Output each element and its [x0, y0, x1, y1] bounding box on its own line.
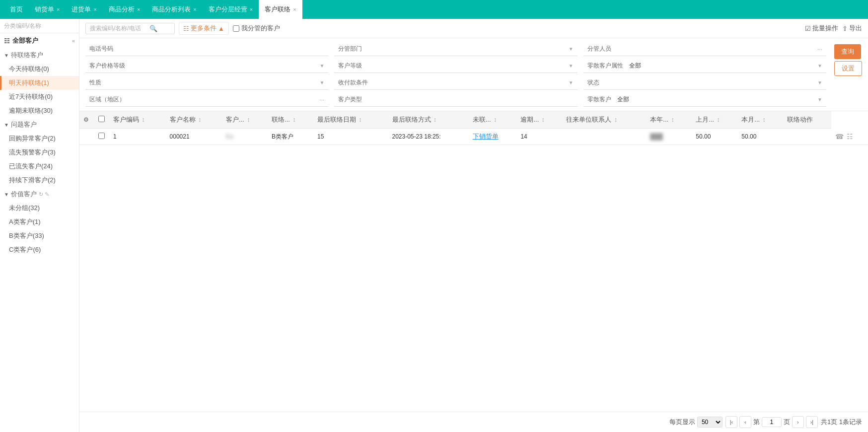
row-setting	[79, 129, 94, 145]
check-icon: ☑	[805, 25, 811, 32]
row-last-contact-date: 2023-05-23 18:25:	[388, 129, 469, 145]
sidebar-group-problem[interactable]: ▼ 问题客户	[0, 118, 79, 132]
nav-purchase-order[interactable]: 进货单 ×	[66, 0, 102, 19]
prev-page-button[interactable]: ‹	[739, 416, 751, 428]
collapse-icon: «	[72, 38, 75, 44]
col-setting[interactable]: ⚙	[79, 111, 94, 129]
sidebar-item-class-c[interactable]: C类客户(6)	[0, 243, 79, 257]
close-icon[interactable]: ×	[93, 6, 96, 12]
sort-icon[interactable]: ↕	[614, 116, 618, 123]
filter-price-level: 客户价格等级 ▼	[85, 59, 328, 73]
my-customers-checkbox[interactable]	[233, 25, 239, 32]
my-customers-checkbox-label[interactable]: 我分管的客户	[233, 24, 280, 33]
sidebar-item-class-a[interactable]: A类客户(1)	[0, 215, 79, 229]
sort-icon[interactable]: ↕	[198, 116, 202, 123]
sidebar-all-customers[interactable]: ☷ 全部客户 «	[0, 33, 79, 48]
chevron-down-icon[interactable]: ▼	[569, 80, 574, 85]
sort-icon[interactable]: ↕	[542, 116, 545, 123]
select-all-checkbox[interactable]	[98, 116, 105, 122]
search-input[interactable]	[90, 25, 149, 32]
sidebar-group-value[interactable]: ▼ 价值客户 ↻ ✎	[0, 187, 79, 201]
sort-icon[interactable]: ↕	[247, 116, 250, 123]
sidebar-item-churned[interactable]: 已流失客户(24)	[0, 159, 79, 173]
sort-icon[interactable]: ↕	[494, 116, 497, 123]
nav-product-analysis[interactable]: 商品分析 ×	[103, 0, 146, 19]
sort-icon[interactable]: ↕	[292, 116, 296, 123]
value-group-icons: ↻ ✎	[39, 191, 49, 198]
chevron-down-icon[interactable]: ▼	[569, 46, 574, 52]
col-header-last-month: 上月... ↕	[692, 111, 737, 129]
close-icon[interactable]: ×	[193, 6, 196, 12]
row-check[interactable]	[94, 129, 109, 145]
query-button[interactable]: 查询	[834, 44, 861, 59]
col-header-type: 客户... ↕	[222, 111, 268, 129]
col-header-actions: 联络动作	[783, 111, 831, 129]
sidebar-search-input[interactable]	[4, 22, 78, 29]
chevron-down-icon[interactable]: ▼	[817, 97, 822, 102]
per-page-area: 每页显示 50 100 200	[669, 417, 723, 428]
nav-home[interactable]: 首页	[4, 0, 29, 19]
set-button[interactable]: 设置	[834, 61, 862, 76]
sidebar-item-ungrouped[interactable]: 未分组(32)	[0, 201, 79, 215]
last-page-button[interactable]: ›|	[806, 416, 818, 428]
sidebar-item-overdue-pending[interactable]: 逾期未联络(30)	[0, 104, 79, 118]
page-number-input[interactable]	[762, 417, 782, 427]
nav-product-analysis-list[interactable]: 商品分析列表 ×	[146, 0, 202, 19]
next-page-button[interactable]: ›	[792, 416, 804, 428]
filter-retail-customer: 零散客户 全部 ▼	[583, 93, 826, 107]
chevron-down-icon[interactable]: ▼	[817, 80, 822, 85]
row-code: 000021	[166, 129, 222, 145]
more-icon[interactable]: ···	[817, 46, 822, 53]
more-icon[interactable]: ···	[319, 96, 324, 103]
chevron-down-icon[interactable]: ▼	[319, 80, 324, 85]
arrow-down-icon: ▼	[4, 192, 9, 197]
sort-icon[interactable]: ↕	[717, 116, 721, 123]
batch-operation-button[interactable]: ☑ 批量操作	[805, 24, 838, 33]
row-contact-person: ███	[646, 129, 692, 145]
per-page-select[interactable]: 50 100 200	[697, 417, 723, 428]
close-icon[interactable]: ×	[293, 6, 296, 12]
sort-icon[interactable]: ↕	[762, 116, 766, 123]
search-icon[interactable]: 🔍	[149, 25, 157, 32]
sidebar-item-abnormal-repurchase[interactable]: 回购异常客户(2)	[0, 132, 79, 145]
nav-sales-order[interactable]: 销货单 ×	[29, 0, 66, 19]
nav-customer-contact[interactable]: 客户联络 ×	[259, 0, 302, 19]
close-icon[interactable]: ×	[250, 6, 253, 12]
close-icon[interactable]: ×	[57, 6, 60, 12]
sort-icon[interactable]: ↕	[142, 116, 145, 123]
chevron-down-icon[interactable]: ▼	[319, 63, 324, 69]
col-header-no-contact: 未联... ↕	[469, 111, 517, 129]
contact-method-link[interactable]: 下销货单	[473, 133, 499, 140]
nav-customer-stratification[interactable]: 客户分层经营 ×	[203, 0, 259, 19]
row-contact-num: 15	[313, 129, 388, 145]
phone-action-icon[interactable]: ☎	[835, 133, 844, 141]
grid-action-icon[interactable]: ☷	[847, 133, 853, 141]
sidebar-item-7days-pending[interactable]: 近7天待联络(0)	[0, 90, 79, 104]
col-header-code: 客户编码 ↕	[109, 111, 166, 129]
row-last-contact-method[interactable]: 下销货单	[469, 129, 517, 145]
table-area: ⚙ 客户编码 ↕ 客户名称 ↕ 客户... ↕	[79, 111, 868, 412]
sort-icon[interactable]: ↕	[359, 116, 362, 123]
row-this-year: 50.00	[692, 129, 737, 145]
sidebar-group-pending[interactable]: ▼ 待联络客户	[0, 48, 79, 62]
chevron-down-icon[interactable]: ▼	[817, 63, 822, 69]
sort-icon[interactable]: ↕	[671, 116, 675, 123]
chevron-down-icon[interactable]: ▼	[569, 63, 574, 69]
sidebar-item-declining[interactable]: 持续下滑客户(2)	[0, 173, 79, 187]
row-name[interactable]: Ea	[222, 129, 268, 145]
sidebar-item-class-b[interactable]: B类客户(33)	[0, 229, 79, 243]
row-num: 1	[109, 129, 166, 145]
close-icon[interactable]: ×	[137, 6, 140, 12]
first-page-button[interactable]: |‹	[725, 416, 737, 428]
sidebar-item-tomorrow-pending[interactable]: 明天待联络(1)	[0, 76, 79, 90]
sidebar-item-churn-warning[interactable]: 流失预警客户(3)	[0, 145, 79, 159]
sidebar-item-today-pending[interactable]: 今天待联络(0)	[0, 62, 79, 76]
arrow-down-icon: ▼	[4, 53, 9, 58]
export-button[interactable]: ⇧ 导出	[842, 24, 862, 33]
col-header-this-year: 本年... ↕	[646, 111, 692, 129]
col-check[interactable]	[94, 111, 109, 129]
sort-icon[interactable]: ↕	[434, 116, 437, 123]
sidebar: 🔍 ☷ 全部客户 « ▼ 待联络客户 今天待联络(0) 明天待联络(1) 近7天…	[0, 19, 79, 432]
row-checkbox[interactable]	[98, 133, 105, 139]
more-filter-button[interactable]: ☷ 更多条件 ▲	[179, 22, 229, 35]
